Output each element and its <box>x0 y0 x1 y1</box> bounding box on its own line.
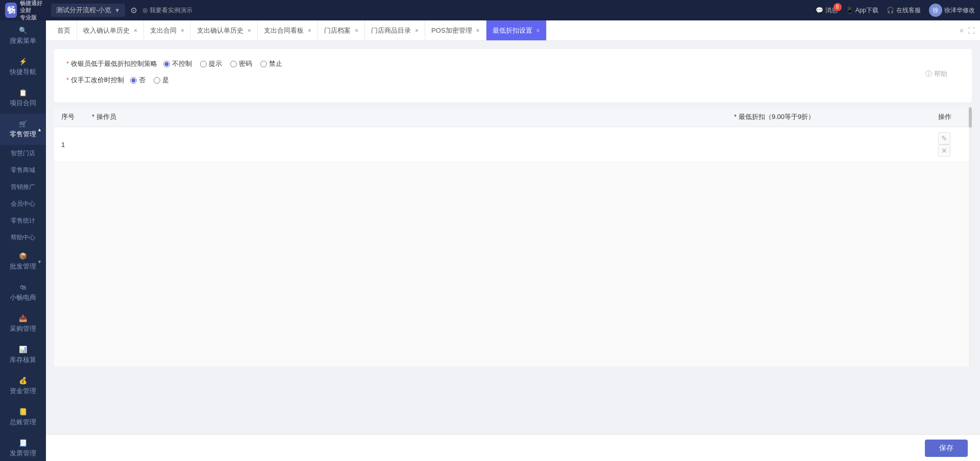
logo-text: 畅捷通好业财专业版 <box>20 0 46 21</box>
sidebar-item-label: 小畅电商 <box>10 293 36 302</box>
sidebar: 🔍 搜索菜单 ⚡ 快捷导航 📋 项目合同 🛒 零售管理 智慧门店 零售商城 营销… <box>0 20 46 461</box>
topbar-right: 💬 消息 8 📱 App下载 🎧 在线客服 徐 徐泽华修改 <box>816 4 975 17</box>
messages-button[interactable]: 💬 消息 8 <box>816 6 838 15</box>
col-header-seq: 序号 <box>54 107 85 127</box>
col-header-discount: * 最低折扣（9.00等于9折） <box>727 107 931 127</box>
sidebar-item-label: 总账管理 <box>10 418 36 427</box>
discount-table: 序号 * 操作员 * 最低折扣（9.00等于9折） 操作 <box>54 107 972 367</box>
tab-close-icon[interactable]: × <box>181 27 184 34</box>
project-name: 测试分开流程-小览 <box>56 6 111 15</box>
col-header-operator: * 操作员 <box>85 107 727 127</box>
option-no[interactable]: 否 <box>130 76 145 85</box>
option-forbid[interactable]: 禁止 <box>260 59 282 68</box>
tab-close-icon[interactable]: × <box>308 27 311 34</box>
sidebar-item-label: 零售统计 <box>11 216 35 225</box>
help-link[interactable]: ⓘ 帮助 <box>925 69 947 79</box>
download-icon: 📱 <box>846 7 853 14</box>
tab-store-catalog[interactable]: 门店商品目录 × <box>365 20 425 41</box>
sidebar-item-invoice[interactable]: 🧾 发票管理 <box>0 433 46 461</box>
sidebar-item-label: 发票管理 <box>10 449 36 458</box>
tab-income-history[interactable]: 收入确认单历史 × <box>77 20 144 41</box>
table-row: 1 ✎ ✕ <box>54 127 972 162</box>
demo-icon: ◎ <box>142 7 148 14</box>
tab-close-icon[interactable]: × <box>476 27 480 34</box>
sidebar-item-inventory[interactable]: 📊 库存核算 <box>0 339 46 371</box>
sidebar-item-project[interactable]: 📋 项目合同 <box>0 83 46 114</box>
delete-row-button[interactable]: ✕ <box>938 144 950 157</box>
tab-close-icon[interactable]: × <box>134 27 137 34</box>
ecommerce-icon: 🛍 <box>20 283 27 291</box>
inventory-icon: 📊 <box>19 346 27 353</box>
tab-min-discount[interactable]: 最低折扣设置 × <box>486 20 547 41</box>
sidebar-item-label: 会员中心 <box>11 200 35 208</box>
sidebar-item-purchase[interactable]: 📥 采购管理 <box>0 308 46 339</box>
data-table-card: 序号 * 操作员 * 最低折扣（9.00等于9折） 操作 <box>54 107 972 367</box>
tab-expand-icon[interactable]: ⛶ <box>968 27 975 35</box>
option-no-control[interactable]: 不控制 <box>163 59 192 68</box>
option-hint[interactable]: 提示 <box>200 59 222 68</box>
manual-control-label: 仅手工改价时控制 <box>66 76 124 85</box>
tab-label: POS加密管理 <box>431 26 472 35</box>
project-selector[interactable]: 测试分开流程-小览 ▼ <box>51 4 125 17</box>
cell-discount <box>727 127 931 162</box>
table-scrollbar[interactable] <box>969 107 972 367</box>
message-icon: 💬 <box>816 7 823 14</box>
sidebar-item-quicknav[interactable]: ⚡ 快捷导航 <box>0 52 46 83</box>
sidebar-item-ecommerce[interactable]: 🛍 小畅电商 <box>0 277 46 308</box>
option-yes[interactable]: 是 <box>154 76 169 85</box>
sidebar-item-retail[interactable]: 🛒 零售管理 <box>0 114 46 145</box>
demo-link[interactable]: ◎ 我要看实例演示 <box>142 6 192 15</box>
tab-close-icon[interactable]: × <box>536 27 540 34</box>
sidebar-item-label: 零售商城 <box>11 166 35 175</box>
tab-contract[interactable]: 支出合同 × <box>144 20 191 41</box>
tab-label: 门店档案 <box>324 26 351 35</box>
save-button[interactable]: 保存 <box>925 440 968 457</box>
help-circle-icon: ⓘ <box>925 69 932 79</box>
edit-row-button[interactable]: ✎ <box>938 132 950 144</box>
sidebar-item-label: 智慧门店 <box>11 149 35 158</box>
cell-actions: ✎ ✕ <box>931 127 972 162</box>
sidebar-item-label: 快捷导航 <box>10 67 36 77</box>
sidebar-item-label: 采购管理 <box>10 324 36 333</box>
sidebar-item-marketing[interactable]: 营销推广 <box>0 179 46 196</box>
tab-close-icon[interactable]: × <box>415 27 419 34</box>
app-download-button[interactable]: 📱 App下载 <box>846 6 878 15</box>
topbar: 畅 畅捷通好业财专业版 测试分开流程-小览 ▼ ⚙ ◎ 我要看实例演示 💬 消息… <box>0 0 980 20</box>
online-service-button[interactable]: 🎧 在线客服 <box>887 6 921 15</box>
tab-expense-history[interactable]: 支出确认单历史 × <box>191 20 258 41</box>
tab-bar-actions: × ⛶ <box>960 27 975 35</box>
sidebar-item-ledger[interactable]: 📒 总账管理 <box>0 402 46 433</box>
cashier-control-options: 不控制 提示 密码 禁 <box>163 59 282 68</box>
tab-store-profile[interactable]: 门店档案 × <box>318 20 365 41</box>
option-password[interactable]: 密码 <box>230 59 252 68</box>
tab-close-icon[interactable]: × <box>248 27 251 34</box>
main-layout: 🔍 搜索菜单 ⚡ 快捷导航 📋 项目合同 🛒 零售管理 智慧门店 零售商城 营销… <box>0 20 980 461</box>
sidebar-item-label: 库存核算 <box>10 355 36 365</box>
sidebar-item-mall[interactable]: 零售商城 <box>0 162 46 179</box>
avatar: 徐 <box>929 4 942 17</box>
sidebar-item-search[interactable]: 🔍 搜索菜单 <box>0 20 46 52</box>
tab-contract-board[interactable]: 支出合同看板 × <box>258 20 318 41</box>
content-area: 首页 收入确认单历史 × 支出合同 × 支出确认单历史 × 支出合同看板 × 门… <box>46 20 980 461</box>
option-no-control-label: 不控制 <box>172 59 192 68</box>
option-password-label: 密码 <box>239 59 252 68</box>
sidebar-item-finance[interactable]: 💰 资金管理 <box>0 371 46 402</box>
tab-close-all-icon[interactable]: × <box>960 27 964 35</box>
sidebar-item-membership[interactable]: 会员中心 <box>0 196 46 212</box>
tab-label: 支出合同看板 <box>264 26 304 35</box>
messages-badge: 8 <box>834 3 842 11</box>
tab-label: 首页 <box>57 26 70 35</box>
page-footer: 保存 <box>46 434 980 461</box>
purchase-icon: 📥 <box>19 314 27 322</box>
topbar-settings-icon[interactable]: ⚙ <box>130 6 137 15</box>
page-content: ⓘ 帮助 收银员低于最低折扣控制策略 不控制 <box>46 41 980 461</box>
tab-close-icon[interactable]: × <box>355 27 358 34</box>
sidebar-item-wholesale[interactable]: 📦 批发管理 <box>0 246 46 277</box>
user-menu[interactable]: 徐 徐泽华修改 <box>929 4 975 17</box>
sidebar-item-retailstats[interactable]: 零售统计 <box>0 212 46 229</box>
sidebar-item-smartstore[interactable]: 智慧门店 <box>0 145 46 162</box>
sidebar-item-help[interactable]: 帮助中心 <box>0 229 46 246</box>
tab-pos-security[interactable]: POS加密管理 × <box>425 20 486 41</box>
sidebar-item-label: 搜索菜单 <box>10 36 36 45</box>
tab-home[interactable]: 首页 <box>51 20 77 41</box>
